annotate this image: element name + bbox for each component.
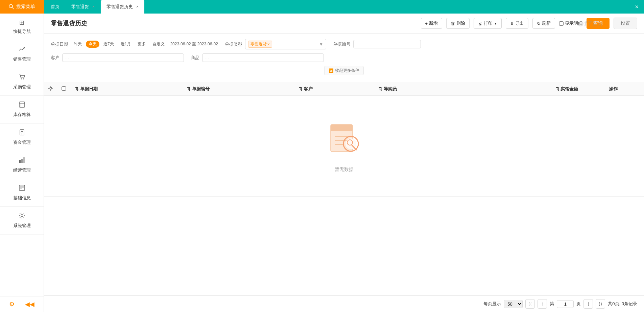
customer-filter-item: 客户 ... (51, 53, 184, 62)
column-number[interactable]: ⇅ 单据编号 (183, 82, 295, 96)
date-btn-today[interactable]: 今天 (86, 41, 99, 48)
new-button[interactable]: + 新增 (421, 18, 443, 29)
show-detail-checkbox[interactable] (559, 21, 564, 26)
doc-type-select[interactable]: 零售退货 × ▼ (245, 39, 326, 49)
top-bar: 搜索菜单 首页 零售退货 × 零售退货历史 × × (0, 0, 644, 14)
sidebar-item-inventory[interactable]: 库存核算 (0, 96, 44, 124)
speaker-bottom-icon[interactable]: ◀◀ (25, 300, 34, 308)
basic-info-icon (19, 184, 25, 193)
svg-rect-10 (21, 159, 23, 163)
goods-filter-item: 商品 ... (191, 53, 324, 62)
sidebar-item-quick-nav[interactable]: ⊞ 快捷导航 (0, 14, 44, 40)
per-page-label: 每页显示 (483, 301, 501, 307)
search-menu-button[interactable]: 搜索菜单 (0, 0, 44, 14)
print-dropdown-icon: ▼ (494, 22, 497, 25)
empty-illustration (324, 119, 364, 161)
total-info: 共0页, 0条记录 (608, 301, 637, 307)
last-page-button[interactable]: ⟩⟩ (596, 299, 605, 309)
column-checkbox[interactable] (57, 82, 71, 96)
prev-page-button[interactable]: ⟨ (538, 299, 547, 309)
tab-retail-return-history-label: 零售退货历史 (106, 4, 133, 10)
date-btn-custom[interactable]: 自定义 (150, 41, 167, 48)
page-number-input[interactable] (557, 300, 574, 308)
show-detail-label: 显示明细 (565, 20, 582, 26)
column-customer[interactable]: ⇅ 客户 (295, 82, 375, 96)
pagination: 每页显示 10 20 50 100 ⟨⟨ ⟨ 第 页 ⟩ ⟩⟩ 共0页, 0条记… (44, 295, 644, 312)
per-page-select[interactable]: 10 20 50 100 (504, 300, 523, 308)
sidebar-item-operations[interactable]: 经营管理 (0, 151, 44, 179)
page-header: 零售退货历史 + 新增 🗑 删除 🖨 打印 ▼ ⬇ 导出 (44, 14, 644, 34)
svg-point-0 (9, 4, 13, 8)
svg-point-16 (21, 215, 23, 217)
new-label: 新增 (429, 20, 438, 26)
column-amount[interactable]: ⇅ 实销金额 (470, 82, 582, 96)
export-label: 导出 (515, 20, 524, 26)
filter-row-2: 客户 ... 商品 ... (51, 53, 637, 62)
first-page-button[interactable]: ⟨⟨ (525, 299, 535, 309)
search-icon (9, 4, 14, 9)
search-menu-label: 搜索菜单 (16, 4, 35, 10)
delete-icon: 🗑 (451, 21, 455, 26)
date-btn-1month[interactable]: 近1月 (118, 41, 134, 48)
tab-retail-return-label: 零售退货 (71, 4, 89, 10)
page-actions: + 新增 🗑 删除 🖨 打印 ▼ ⬇ 导出 ↻ 刷新 (421, 18, 638, 29)
export-button[interactable]: ⬇ 导出 (506, 18, 528, 29)
doc-type-tag-value: 零售退货 (251, 41, 267, 47)
date-btn-more[interactable]: 更多 (135, 41, 148, 48)
page-label-suffix: 页 (576, 301, 581, 307)
print-label: 打印 (484, 20, 493, 26)
tab-retail-return[interactable]: 零售退货 × (66, 0, 100, 14)
doc-type-label: 单据类型 (225, 41, 242, 47)
next-page-button[interactable]: ⟩ (583, 299, 593, 309)
sidebar-item-system[interactable]: 系统管理 (0, 207, 44, 235)
refresh-label: 刷新 (542, 20, 551, 26)
svg-rect-19 (331, 125, 353, 131)
tab-retail-return-history[interactable]: 零售退货历史 × (101, 0, 144, 14)
goods-select[interactable]: ... (202, 53, 324, 62)
operations-icon (19, 157, 25, 165)
settings-bottom-icon[interactable]: ⚙ (9, 300, 15, 308)
date-range-display: 2023-06-02 至 2023-06-02 (170, 41, 218, 47)
date-filter-buttons: 昨天 今天 近7天 近1月 更多 自定义 (71, 41, 167, 48)
doc-type-tag-remove[interactable]: × (267, 42, 270, 47)
column-number-label: ⇅ 单据编号 (187, 86, 210, 91)
empty-state: 暂无数据 (48, 99, 640, 193)
customer-select[interactable]: ... (62, 53, 184, 62)
delete-button[interactable]: 🗑 删除 (446, 18, 470, 29)
column-action: 操作 (582, 82, 644, 96)
show-detail-checkbox-label[interactable]: 显示明细 (559, 20, 582, 26)
main-layout: ⊞ 快捷导航 销售管理 采购管理 (0, 14, 644, 312)
sidebar-item-purchase[interactable]: 采购管理 (0, 68, 44, 96)
new-icon: + (425, 21, 428, 26)
refresh-button[interactable]: ↻ 刷新 (532, 18, 555, 29)
query-button[interactable]: 查询 (587, 18, 610, 29)
tab-home[interactable]: 首页 (45, 0, 65, 14)
window-close-button[interactable]: × (629, 3, 644, 10)
select-all-checkbox[interactable] (62, 86, 66, 91)
column-guide[interactable]: ⇅ 导购员 (375, 82, 470, 96)
setting-button[interactable]: 设置 (614, 18, 637, 29)
tab-bar: 首页 零售退货 × 零售退货历史 × (44, 0, 629, 14)
doc-number-input[interactable] (353, 40, 421, 48)
customer-filter-label: 客户 (51, 55, 59, 61)
tab-retail-return-close[interactable]: × (92, 4, 95, 9)
collapse-area: 🔼 收起更多条件 (51, 66, 637, 78)
date-btn-7days[interactable]: 近7天 (101, 41, 117, 48)
collapse-button[interactable]: 🔼 收起更多条件 (324, 66, 364, 75)
doc-type-arrow-icon: ▼ (319, 42, 323, 47)
filter-row-1: 单据日期 昨天 今天 近7天 近1月 更多 自定义 2023-06-02 至 2… (51, 39, 637, 49)
column-date[interactable]: ⇅ 单据日期 (71, 82, 183, 96)
sidebar-item-finance[interactable]: 资金管理 (0, 124, 44, 151)
sidebar-item-basic-info[interactable]: 基础信息 (0, 179, 44, 207)
sidebar-item-sales[interactable]: 销售管理 (0, 40, 44, 68)
svg-point-2 (21, 79, 22, 80)
column-settings[interactable] (44, 82, 57, 96)
sidebar-item-system-label: 系统管理 (13, 223, 31, 229)
date-btn-yesterday[interactable]: 昨天 (71, 41, 85, 48)
tab-retail-return-history-close[interactable]: × (136, 4, 139, 9)
column-date-label: ⇅ 单据日期 (75, 86, 98, 91)
system-icon (19, 212, 25, 221)
sidebar-item-quick-nav-label: 快捷导航 (13, 28, 31, 35)
print-button[interactable]: 🖨 打印 ▼ (474, 18, 502, 29)
date-filter-label: 单据日期 (51, 41, 68, 47)
